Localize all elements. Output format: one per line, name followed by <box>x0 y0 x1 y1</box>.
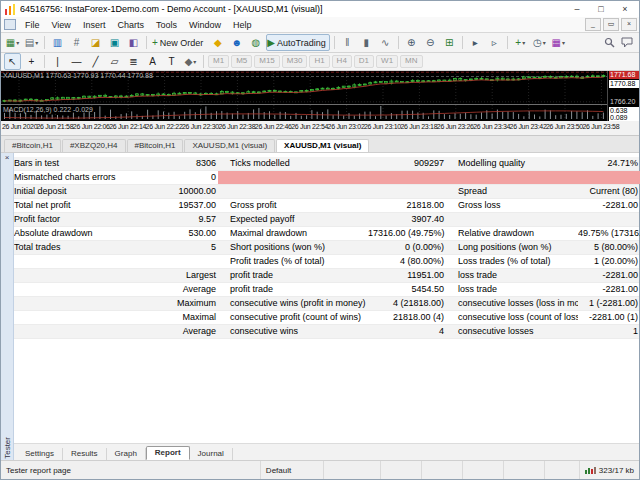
chart-tab--bitcoin-h1[interactable]: #Bitcoin,H1 <box>127 139 184 152</box>
navigator-icon: ◪ <box>91 38 100 48</box>
indicators-icon: + <box>515 38 521 48</box>
status-empty-segment <box>324 461 381 479</box>
macd-subwindow[interactable]: MACD(12,26,9) 0.222 -0.029 <box>1 104 607 121</box>
metaeditor-button[interactable]: ◆ <box>209 34 226 51</box>
menu-help[interactable]: Help <box>227 20 258 30</box>
toolbar-separator <box>44 55 45 68</box>
grid-price-label: 1766.20 <box>609 98 639 106</box>
report-label: Total trades <box>14 241 122 254</box>
periods-button[interactable]: ◷▾ <box>531 34 548 51</box>
trendline-button[interactable]: ╱ <box>87 53 104 70</box>
report-value: 530.00 <box>122 227 218 240</box>
menu-file[interactable]: File <box>19 20 46 30</box>
tester-tab-results[interactable]: Results <box>63 448 107 460</box>
templates-button[interactable]: ▦▾ <box>550 34 567 51</box>
fibonacci-icon: ≣ <box>129 57 137 67</box>
report-label: Mismatched charts errors <box>14 171 122 184</box>
profiles-icon: ▤ <box>25 38 34 48</box>
profile-segment[interactable]: Default <box>261 461 324 479</box>
report-label: Absolute drawdown <box>14 227 122 240</box>
chart-tab--bitcoin-h1[interactable]: #Bitcoin,H1 <box>4 139 61 152</box>
tester-tab-settings[interactable]: Settings <box>17 448 63 460</box>
tester-close-icon[interactable]: × <box>5 154 10 162</box>
profiles-button[interactable]: ▤▾ <box>23 34 40 51</box>
strategy-tester-button[interactable]: ◧ <box>125 34 142 51</box>
chat-icon[interactable] <box>621 37 633 48</box>
chart-shift-button[interactable]: ▹ <box>486 34 503 51</box>
vertical-line-button[interactable]: | <box>49 53 66 70</box>
time-scale[interactable]: 26 Jun 202026 Jun 21:5826 Jun 22:0626 Ju… <box>1 121 639 136</box>
tester-tab-journal[interactable]: Journal <box>190 448 233 460</box>
market-watch-button[interactable]: ▥ <box>49 34 66 51</box>
zoom-out-button[interactable]: ⊖ <box>422 34 439 51</box>
text-button[interactable]: A <box>144 53 161 70</box>
bar-chart-type-icon: ‖ <box>345 38 349 48</box>
menu-charts[interactable]: Charts <box>111 20 150 30</box>
chart-tab-xauusd-m1-visual-[interactable]: XAUUSD,M1 (visual) <box>184 139 275 152</box>
new-chart-icon: ▦ <box>6 38 15 48</box>
report-value: 10000.00 <box>122 185 218 198</box>
auto-scroll-button[interactable]: ▸ <box>467 34 484 51</box>
terminal-button[interactable]: ▣ <box>106 34 123 51</box>
timeframe-d1-button[interactable]: D1 <box>354 55 374 68</box>
zoom-in-button[interactable]: ⊕ <box>403 34 420 51</box>
price-scale[interactable]: 1771.68 1770.88 1766.20 0.638 0.089 <box>607 71 639 121</box>
fibonacci-button[interactable]: ≣ <box>125 53 142 70</box>
horizontal-line-button[interactable]: — <box>68 53 85 70</box>
toolbar-separator <box>203 55 204 68</box>
community-button[interactable]: ◍ <box>247 34 264 51</box>
report-label: Short positions (won %) <box>218 241 368 254</box>
child-minimize-button[interactable]: _ <box>585 18 601 31</box>
maximize-button[interactable]: □ <box>591 2 611 16</box>
bar-chart-type-button[interactable]: ‖ <box>339 34 356 51</box>
menu-insert[interactable]: Insert <box>77 20 112 30</box>
text-label-button[interactable]: T <box>163 53 180 70</box>
tile-windows-button[interactable]: ⊞ <box>441 34 458 51</box>
child-close-button[interactable]: × <box>621 18 637 31</box>
cursor-button[interactable]: ↖ <box>4 53 21 70</box>
chart-tab-xauusd-m1-visual-[interactable]: XAUUSD,M1 (visual) <box>276 139 369 152</box>
timeframe-m1-button[interactable]: M1 <box>208 55 229 68</box>
chevron-down-icon: ▾ <box>35 39 38 46</box>
timeframe-mn-button[interactable]: MN <box>400 55 422 68</box>
timeframe-m30-button[interactable]: M30 <box>282 55 308 68</box>
data-window-icon: # <box>74 38 80 48</box>
candle-chart-type-button[interactable]: ▮ <box>358 34 375 51</box>
toolbar-standard: ▦▾▤▾▥#◪▣◧+New Order◆☻◍▶AutoTrading‖▮∿⊕⊖⊞… <box>1 33 639 53</box>
autotrading-button[interactable]: ▶AutoTrading <box>266 34 329 51</box>
arrows-button[interactable]: ◆▾ <box>182 53 199 70</box>
new-order-button[interactable]: +New Order <box>151 34 207 51</box>
data-window-button[interactable]: # <box>68 34 85 51</box>
chart-tab--xbzq20-h4[interactable]: #XBZQ20,H4 <box>62 139 126 152</box>
timeframe-m15-button[interactable]: M15 <box>254 55 280 68</box>
crosshair-button[interactable]: + <box>23 53 40 70</box>
indicators-button[interactable]: +▾ <box>512 34 529 51</box>
report-label: Initial deposit <box>14 185 122 198</box>
line-chart-type-button[interactable]: ∿ <box>377 34 394 51</box>
status-bar: Tester report pageDefault323/17 kb <box>1 460 639 479</box>
report-value: 24.71% <box>578 157 640 170</box>
timeframe-h4-button[interactable]: H4 <box>332 55 352 68</box>
price-chart[interactable]: XAUUSD,M1 1770.63 1770.93 1770.44 1770.8… <box>1 71 607 104</box>
search-icon[interactable] <box>604 37 615 48</box>
status-empty-segment <box>545 461 580 479</box>
menu-window[interactable]: Window <box>183 20 227 30</box>
experts-button[interactable]: ☻ <box>228 34 245 51</box>
chart-area[interactable]: XAUUSD,M1 1770.63 1770.93 1770.44 1770.8… <box>1 71 639 121</box>
child-restore-button[interactable]: ▭ <box>603 18 619 31</box>
close-button[interactable]: × <box>615 2 635 16</box>
navigator-button[interactable]: ◪ <box>87 34 104 51</box>
auto-scroll-icon: ▸ <box>473 38 478 48</box>
timeframe-w1-button[interactable]: W1 <box>376 55 398 68</box>
new-chart-button[interactable]: ▦▾ <box>4 34 21 51</box>
periods-icon: ◷ <box>533 38 542 48</box>
tester-tab-graph[interactable]: Graph <box>107 448 146 460</box>
minimize-button[interactable]: – <box>567 2 587 16</box>
tester-tab-report[interactable]: Report <box>146 446 190 460</box>
strategy-tester-icon: ◧ <box>129 38 138 48</box>
timeframe-h1-button[interactable]: H1 <box>309 55 329 68</box>
channel-button[interactable]: ▱ <box>106 53 123 70</box>
menu-view[interactable]: View <box>46 20 77 30</box>
menu-tools[interactable]: Tools <box>150 20 183 30</box>
timeframe-m5-button[interactable]: M5 <box>231 55 252 68</box>
